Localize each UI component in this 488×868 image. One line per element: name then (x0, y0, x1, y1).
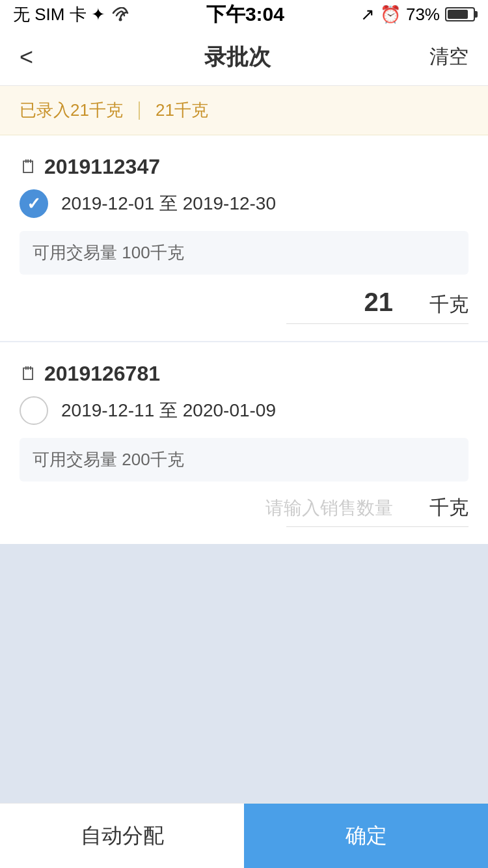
page-title: 录批次 (204, 42, 271, 72)
batch1-id: 2019112347 (44, 155, 160, 179)
batch1-quantity: 21 (364, 288, 394, 317)
confirm-button[interactable]: 确定 (244, 804, 488, 868)
batch2-doc-icon: 🗒 (20, 363, 38, 385)
batch-item-2: 🗒 2019126781 2019-12-11 至 2020-01-09 可用交… (0, 342, 488, 544)
batch2-id: 2019126781 (44, 362, 160, 386)
status-time: 下午3:04 (206, 1, 284, 28)
battery-icon (445, 7, 475, 21)
clear-button[interactable]: 清空 (416, 44, 468, 70)
batch2-available: 可用交易量 200千克 (20, 438, 468, 481)
batch2-unit: 千克 (429, 495, 468, 521)
batch1-date-row: 2019-12-01 至 2019-12-30 (20, 189, 468, 218)
wifi-icon (111, 7, 130, 21)
status-left: 无 SIM 卡 ✦ (13, 3, 130, 26)
status-right: ↗ ⏰ 73% (360, 5, 475, 25)
total-amount: 21千克 (156, 99, 208, 122)
info-banner: 已录入21千克 21千克 (0, 86, 488, 135)
batch1-doc-icon: 🗒 (20, 156, 38, 178)
empty-area (0, 544, 488, 804)
batch2-header: 🗒 2019126781 (20, 362, 468, 386)
batch1-unit: 千克 (429, 292, 468, 318)
clock-icon: ⏰ (380, 5, 401, 25)
bottom-bar: 自动分配 确定 (0, 803, 488, 868)
batch1-date: 2019-12-01 至 2019-12-30 (61, 191, 276, 216)
location-icon: ↗ (360, 5, 375, 25)
batch2-underline (286, 526, 468, 527)
recorded-amount: 已录入21千克 (20, 99, 123, 122)
batch2-radio[interactable] (20, 396, 48, 425)
banner-divider (139, 102, 140, 120)
svg-point-0 (118, 18, 122, 21)
batch1-radio[interactable] (20, 189, 48, 218)
batch2-date-row: 2019-12-11 至 2020-01-09 (20, 396, 468, 425)
status-bar: 无 SIM 卡 ✦ 下午3:04 ↗ ⏰ 73% (0, 0, 488, 29)
batch2-date: 2019-12-11 至 2020-01-09 (61, 398, 276, 423)
batch2-input-placeholder: 请输入销售数量 (265, 496, 393, 521)
sim-label: 无 SIM 卡 ✦ (13, 3, 105, 26)
batch1-available: 可用交易量 100千克 (20, 231, 468, 275)
batch1-underline (286, 323, 468, 324)
back-button[interactable]: < (20, 44, 59, 71)
nav-bar: < 录批次 清空 (0, 29, 488, 86)
auto-distribute-button[interactable]: 自动分配 (0, 804, 244, 868)
batch1-header: 🗒 2019112347 (20, 155, 468, 179)
battery-percent: 73% (406, 5, 440, 25)
batch-item-1: 🗒 2019112347 2019-12-01 至 2019-12-30 可用交… (0, 135, 488, 341)
